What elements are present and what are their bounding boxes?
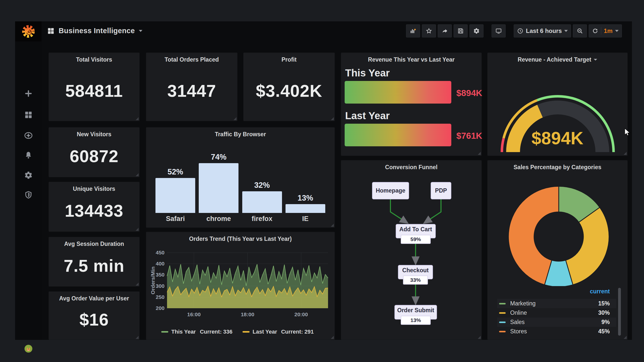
- panel-title[interactable]: Revenue This Year vs Last Year: [341, 53, 481, 63]
- legend-row-marketing[interactable]: Marketing15%: [497, 299, 616, 308]
- legend-scrollbar[interactable]: [618, 288, 621, 336]
- bar-firefox: 32%firefox: [242, 181, 282, 223]
- panel-conversion-funnel: Conversion Funnel Homepage PDP Add To Ca…: [341, 160, 482, 340]
- dashboards-icon[interactable]: [23, 109, 34, 120]
- svg-text:20:00: 20:00: [294, 311, 308, 317]
- panel-revenue-achieved-target: Revenue - Achieved Target $894K: [487, 53, 628, 156]
- svg-text:450: 450: [156, 250, 165, 255]
- panel-new-visitors: New Visitors 60872: [49, 127, 140, 177]
- grafana-logo[interactable]: [15, 21, 42, 41]
- bar-value-label: 74%: [211, 153, 226, 162]
- configuration-gear-icon[interactable]: [23, 170, 34, 181]
- legend-value: 30%: [598, 309, 610, 316]
- panel-avg-session-duration: Avg Session Duration 7.5 min: [49, 237, 140, 287]
- legend-color-dash: [161, 331, 168, 333]
- legend-color-dash: [499, 331, 506, 332]
- refresh-interval-label: 1m: [604, 27, 613, 34]
- zoom-out-button[interactable]: [573, 24, 587, 37]
- panel-total-visitors: Total Visitors 584811: [49, 53, 140, 121]
- legend-item[interactable]: Last YearCurrent: 291: [243, 329, 314, 335]
- legend-label: Stores: [510, 328, 527, 335]
- chart-legend: This YearCurrent: 336Last YearCurrent: 2…: [161, 329, 314, 335]
- dashboard-header: Business Intelligence: [42, 21, 632, 40]
- panel-revenue-compare: Revenue This Year vs Last Year This Year…: [341, 53, 482, 156]
- stat-value: 7.5 min: [49, 247, 139, 286]
- mouse-cursor: [623, 128, 632, 137]
- dashboard-title-group[interactable]: Business Intelligence: [42, 27, 142, 35]
- user-avatar[interactable]: [23, 343, 34, 354]
- bar-gauge-label: Last Year: [345, 110, 390, 121]
- legend-value: 9%: [601, 319, 610, 326]
- panel-total-orders-placed: Total Orders Placed 31447: [146, 53, 237, 121]
- panel-title[interactable]: New Visitors: [49, 127, 139, 138]
- add-icon[interactable]: [23, 88, 34, 99]
- refresh-icon: [592, 28, 598, 34]
- funnel-node-percent: 33%: [403, 276, 428, 285]
- settings-gear-button[interactable]: [469, 24, 484, 37]
- stat-value: 60872: [49, 138, 139, 177]
- save-button[interactable]: [454, 24, 468, 37]
- chart-legend: Marketing15%Online30%Sales9%Stores45%: [497, 299, 616, 336]
- panel-title[interactable]: Unique Visitors: [49, 182, 139, 192]
- svg-text:400: 400: [156, 261, 165, 266]
- title-caret-icon: [139, 30, 142, 32]
- panel-title[interactable]: Total Visitors: [49, 53, 139, 63]
- bar-rect: [242, 191, 282, 213]
- legend-value: 15%: [598, 300, 610, 307]
- panel-title[interactable]: Sales Percentage by Categories: [488, 160, 627, 171]
- donut-chart: [488, 175, 628, 286]
- refresh-button[interactable]: 1m: [589, 24, 622, 37]
- panel-title-caret-icon: [594, 59, 597, 61]
- panel-orders-trend: Orders Trend (This Year vs Last Year) 20…: [146, 232, 335, 340]
- legend-current-value: Current: 291: [281, 329, 314, 335]
- legend-current-value: Current: 336: [200, 329, 232, 335]
- star-button[interactable]: [422, 24, 436, 37]
- panel-title[interactable]: Profit: [244, 53, 335, 63]
- panel-title[interactable]: Total Orders Placed: [146, 53, 237, 63]
- panel-title[interactable]: Traffic By Browser: [146, 127, 335, 138]
- add-panel-button[interactable]: [406, 24, 420, 37]
- svg-text:250: 250: [156, 294, 165, 300]
- dashboard-title: Business Intelligence: [59, 27, 135, 35]
- time-range-picker[interactable]: Last 6 hours: [514, 24, 571, 37]
- panel-title[interactable]: Avg Order Value per User: [49, 292, 139, 302]
- funnel-node-pdp: PDP: [431, 182, 451, 199]
- alerting-bell-icon[interactable]: [23, 150, 34, 161]
- panel-title[interactable]: Avg Session Duration: [49, 237, 139, 247]
- legend-row-stores[interactable]: Stores45%: [497, 327, 616, 336]
- bar-category-label: IE: [302, 215, 309, 223]
- bar-rect: [286, 204, 325, 213]
- bar-rect: [155, 178, 195, 213]
- svg-text:300: 300: [156, 283, 165, 289]
- svg-text:350: 350: [156, 272, 165, 278]
- bar-gauge-value: $894K: [456, 88, 482, 98]
- legend-color-dash: [499, 312, 506, 314]
- legend-color-dash: [499, 303, 506, 304]
- legend-item[interactable]: This YearCurrent: 336: [161, 329, 232, 335]
- funnel-percent-label: 33%: [410, 277, 421, 283]
- header-toolbar: Last 6 hours 1m: [406, 24, 632, 37]
- funnel-node-label: Checkout: [402, 267, 429, 274]
- sidebar: [15, 21, 42, 340]
- legend-series-label: This Year: [171, 329, 196, 335]
- legend-row-sales[interactable]: Sales9%: [497, 318, 616, 327]
- funnel-node-percent: 59%: [401, 235, 431, 244]
- time-range-label: Last 6 hours: [526, 27, 562, 34]
- time-series-chart: 20025030035040045016:0018:0020:00Orders/…: [151, 250, 331, 318]
- bar-chrome: 74%chrome: [199, 153, 238, 223]
- legend-row-online[interactable]: Online30%: [497, 308, 616, 318]
- tv-mode-button[interactable]: [492, 24, 506, 37]
- legend-label: Online: [510, 309, 527, 316]
- donut-slice-online: [566, 207, 609, 285]
- panel-title-text: Revenue - Achieved Target: [518, 56, 591, 63]
- stat-value: 134433: [49, 192, 139, 232]
- bar-rect: [199, 163, 238, 213]
- panel-title[interactable]: Orders Trend (This Year vs Last Year): [146, 232, 335, 242]
- explore-compass-icon[interactable]: [23, 130, 34, 141]
- bar-category-label: firefox: [252, 215, 272, 223]
- server-admin-shield-icon[interactable]: [23, 189, 34, 200]
- panel-title[interactable]: Revenue - Achieved Target: [488, 53, 627, 63]
- share-button[interactable]: [438, 24, 452, 37]
- funnel-node-label: PDP: [435, 187, 447, 194]
- svg-text:18:00: 18:00: [241, 311, 254, 317]
